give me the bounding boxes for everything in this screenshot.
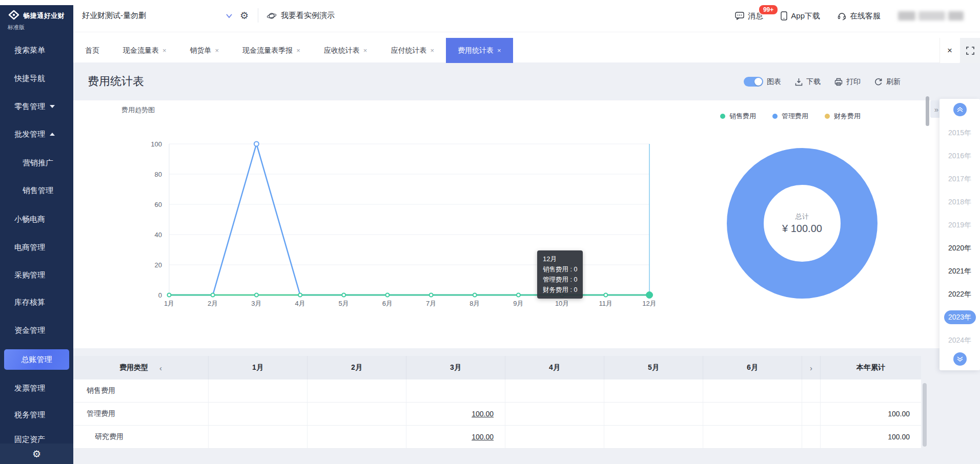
value-link[interactable]: 100.00 — [472, 410, 494, 418]
page-title: 费用统计表 — [88, 74, 144, 89]
headset-icon — [838, 12, 846, 20]
sidebar-item[interactable]: 小畅电商 — [0, 214, 73, 225]
sidebar-item[interactable]: 电商管理 — [0, 242, 73, 253]
value-cell: 100.00 — [406, 403, 505, 425]
sidebar-item-label: 销售管理 — [23, 185, 53, 196]
year-item[interactable]: 2018年 — [940, 191, 980, 214]
refresh-button[interactable]: 刷新 — [874, 77, 901, 87]
sidebar-item-label: 营销推广 — [23, 157, 53, 168]
fullscreen-button[interactable] — [960, 38, 980, 63]
print-icon — [834, 78, 843, 86]
sidebar-item[interactable]: 发票管理 — [0, 383, 73, 394]
sidebar-item-label: 零售管理 — [14, 101, 45, 112]
settings-gear-icon[interactable]: ⚙ — [32, 448, 41, 460]
svg-text:4月: 4月 — [295, 300, 305, 307]
sidebar-item-label: 库存核算 — [14, 297, 45, 308]
app-window: 好业财测试-量勿删 ⚙ 我要看实例演示 消息 99+ — [0, 0, 980, 464]
next-months-chevron[interactable]: › — [810, 364, 812, 372]
year-item[interactable]: 2017年 — [940, 167, 980, 191]
sidebar-item[interactable]: 资金管理 — [0, 325, 73, 336]
close-tabs-button[interactable]: × — [940, 38, 959, 63]
prev-months-chevron[interactable]: ‹ — [159, 364, 162, 372]
chevron-double-down-icon — [956, 356, 964, 362]
sidebar-item-label: 快捷导航 — [14, 73, 45, 84]
tooltip-line: 销售费用 : 0 — [543, 264, 577, 275]
tab[interactable]: 首页 — [73, 38, 111, 63]
value-cell — [505, 426, 604, 448]
sidebar-item-label: 采购管理 — [14, 269, 45, 281]
download-button[interactable]: 下载 — [795, 77, 821, 87]
sidebar-item[interactable]: 采购管理 — [0, 269, 73, 281]
chevron-down-icon[interactable] — [226, 13, 233, 18]
col-header-type: 费用类型‹ — [73, 356, 209, 379]
tab[interactable]: 现金流量表× — [111, 38, 178, 63]
year-scroll-up-button[interactable] — [953, 103, 967, 116]
value-cell — [308, 426, 406, 448]
tab-label: 应付统计表 — [391, 46, 426, 55]
chart-toggle[interactable] — [744, 77, 763, 87]
year-item[interactable]: 2021年 — [940, 260, 980, 283]
sidebar-item-active[interactable]: 总账管理 — [4, 349, 69, 370]
svg-text:12月: 12月 — [642, 300, 656, 307]
year-item[interactable]: 2016年 — [940, 144, 980, 167]
brand-logo-icon — [7, 10, 21, 22]
year-item[interactable]: 2022年 — [940, 283, 980, 306]
year-item-label: 2023年 — [944, 310, 976, 324]
app-download-item[interactable]: App下载 — [781, 11, 820, 21]
sidebar-item[interactable]: 库存核算 — [0, 297, 73, 308]
print-button[interactable]: 打印 — [834, 77, 861, 87]
sidebar-item-label: 批发管理 — [14, 129, 45, 140]
year-list: 2015年2016年2017年2018年2019年2020年2021年2022年… — [940, 121, 980, 352]
content-scrollbar[interactable] — [926, 96, 929, 126]
value-cell: 100.00 — [406, 426, 505, 448]
tab-close-icon[interactable]: × — [497, 47, 501, 54]
chart-tooltip: 12月 销售费用 : 0管理费用 : 0财务费用 : 0 — [537, 250, 583, 299]
value-cell — [505, 403, 604, 425]
svg-text:7月: 7月 — [426, 300, 436, 307]
sidebar-item[interactable]: 零售管理 — [0, 101, 73, 112]
table-scrollbar[interactable] — [923, 383, 927, 447]
tab-close-icon[interactable]: × — [363, 47, 368, 54]
sidebar-item[interactable]: 搜索菜单 — [0, 45, 73, 56]
messages-item[interactable]: 消息 99+ — [735, 11, 763, 21]
refresh-label: 刷新 — [886, 77, 901, 87]
sidebar-item[interactable]: 税务管理 — [0, 409, 73, 420]
year-item[interactable]: 2015年 — [940, 121, 980, 144]
year-item[interactable]: 2019年 — [940, 214, 980, 237]
app-download-label: App下载 — [791, 11, 820, 21]
page-toolbar: 图表 下载 打印 刷新 — [744, 77, 901, 87]
support-item[interactable]: 在线客服 — [838, 11, 881, 21]
tab[interactable]: 应付统计表× — [379, 38, 446, 63]
sidebar-item[interactable]: 营销推广 — [0, 157, 73, 168]
tab-label: 首页 — [85, 46, 99, 55]
tab-close-icon[interactable]: × — [430, 47, 434, 54]
demo-link[interactable]: 我要看实例演示 — [267, 11, 335, 20]
svg-text:6月: 6月 — [382, 300, 393, 307]
donut-chart[interactable] — [725, 146, 879, 300]
sidebar-item[interactable]: 快捷导航 — [0, 73, 73, 84]
year-scroll-down-button[interactable] — [953, 352, 967, 366]
year-item-active[interactable]: 2023年 — [940, 306, 980, 329]
year-item[interactable]: 2020年 — [940, 237, 980, 260]
sidebar-item[interactable]: 批发管理 — [0, 129, 73, 140]
gear-icon[interactable]: ⚙ — [240, 10, 249, 22]
tab-active[interactable]: 费用统计表× — [446, 38, 513, 63]
value-link[interactable]: 100.00 — [472, 433, 494, 441]
user-account-redacted[interactable] — [898, 8, 966, 24]
tab[interactable]: 现金流量表季报× — [231, 38, 312, 63]
messages-badge: 99+ — [758, 4, 779, 15]
year-item[interactable]: 2024年 — [940, 329, 980, 352]
support-label: 在线客服 — [850, 11, 881, 21]
tab[interactable]: 应收统计表× — [312, 38, 379, 63]
tab[interactable]: 销货单× — [178, 38, 231, 63]
svg-text:3月: 3月 — [251, 300, 261, 307]
tabbar: 首页现金流量表×销货单×现金流量表季报×应收统计表×应付统计表×费用统计表× × — [73, 32, 980, 62]
table-row: 销售费用 — [73, 379, 921, 403]
print-label: 打印 — [846, 77, 861, 87]
account-selector[interactable]: 好业财测试-量勿删 — [82, 11, 220, 20]
tab-close-icon[interactable]: × — [162, 47, 167, 54]
tab-close-icon[interactable]: × — [215, 47, 219, 54]
nav-cell — [802, 403, 821, 425]
tab-close-icon[interactable]: × — [296, 47, 300, 54]
sidebar-item[interactable]: 销售管理 — [0, 185, 73, 196]
